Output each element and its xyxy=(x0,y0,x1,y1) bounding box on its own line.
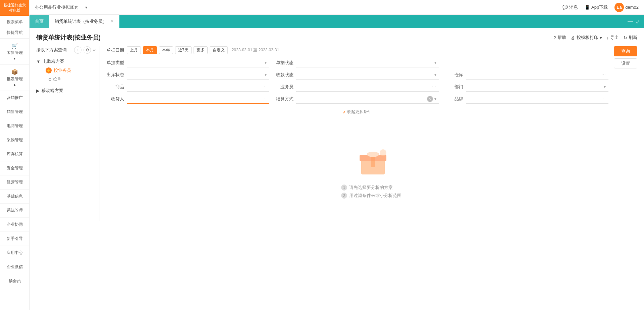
chevron-left-icon: « xyxy=(93,47,96,53)
scheme-sub-by-order[interactable]: ⊙ 按单 xyxy=(36,75,96,84)
sidebar-logo[interactable]: 畅捷通好生意 标账版 xyxy=(0,0,29,16)
print-btn[interactable]: 🖨 按模板打印 ▾ xyxy=(571,35,602,41)
user-avatar-btn[interactable]: Ea demo2 xyxy=(614,3,639,12)
date-btn-last-month[interactable]: 上月 xyxy=(127,46,141,54)
tabbar: 首页 销货单统计表（按业务员） ✕ — ⤢ xyxy=(30,15,644,28)
sidebar-item-corp[interactable]: 企业协同 xyxy=(0,218,29,232)
right-panel: 单据日期 上月 本月 本年 近7天 更多 自定义 2023-03-01 至 20… xyxy=(100,46,637,221)
goods-control[interactable]: ··· xyxy=(127,82,269,92)
sub-icon: ⊙ xyxy=(48,77,52,82)
sidebar-item-marketing[interactable]: 营销推广 xyxy=(0,91,29,105)
avatar: Ea xyxy=(614,3,624,12)
scheme-settings-btn[interactable]: ⚙ xyxy=(84,46,91,54)
sidebar-item-retail[interactable]: 🛒 零售管理 ▾ xyxy=(0,39,29,65)
department-control[interactable]: ▾ xyxy=(466,82,608,92)
sidebar-item-ecommerce[interactable]: 电商管理 xyxy=(0,119,29,133)
empty-text: 1 请先选择要分析的方案 2 用过滤条件来缩小分析范围 xyxy=(341,185,401,201)
sidebar-item-finance[interactable]: 资金管理 xyxy=(0,161,29,175)
topbar-title: 办公用品行业模拟账套 xyxy=(35,4,78,10)
consignee-label: 收货人 xyxy=(105,96,124,102)
sidebar-item-apps[interactable]: 应用中心 xyxy=(0,246,29,260)
sidebar-item-inventory[interactable]: 库存核算 xyxy=(0,147,29,161)
doc-status-control[interactable]: ▾ xyxy=(296,58,439,67)
payment-method-clear-btn[interactable]: ✕ xyxy=(427,96,433,102)
doc-type-label: 单据类型 xyxy=(105,60,124,66)
query-button[interactable]: 查询 xyxy=(614,46,637,56)
scheme-item-by-salesperson[interactable]: ⚡ 按业务员 xyxy=(36,66,96,75)
payment-method-control[interactable]: ✕ ▾ xyxy=(296,94,439,104)
sidebar-item-newbie[interactable]: 新手引导 xyxy=(0,232,29,246)
empty-icon xyxy=(355,144,388,178)
collapse-bar[interactable]: ∧ 收起更多条件 xyxy=(105,106,608,117)
filter-row-3: 商品 ··· 业务员 xyxy=(105,82,608,92)
tab-sales-stat[interactable]: 销货单统计表（按业务员） ✕ xyxy=(49,15,119,28)
payment-status-dropdown-icon: ▾ xyxy=(434,72,436,77)
sidebar-item-label-finance: 资金管理 xyxy=(7,165,23,171)
consignee-control[interactable]: ··· xyxy=(127,94,269,104)
doc-type-control[interactable]: ▾ xyxy=(127,58,269,67)
app-download-btn[interactable]: 📱 App下载 xyxy=(585,4,608,10)
settings-button[interactable]: 设置 xyxy=(614,58,637,68)
warehouse-control[interactable]: ··· xyxy=(466,70,608,80)
empty-num-1: 1 xyxy=(341,185,347,191)
left-panel: 按以下方案查询 + ⚙ « xyxy=(36,46,100,221)
action-buttons: 查询 设置 xyxy=(614,46,637,68)
page-title: 销货单统计表(按业务员) xyxy=(36,34,101,42)
sidebar-item-member[interactable]: 畅会员 xyxy=(0,274,29,288)
svg-point-3 xyxy=(367,152,379,157)
left-panel-header: 按以下方案查询 + ⚙ « xyxy=(36,46,96,54)
filter-section: 单据日期 上月 本月 本年 近7天 更多 自定义 2023-03-01 至 20… xyxy=(105,46,608,117)
sidebar-item-label-marketing: 营销推广 xyxy=(7,95,23,101)
sidebar-quick-nav[interactable]: 快捷导航 xyxy=(0,27,29,39)
sidebar-item-label-retail: 零售管理 xyxy=(7,50,23,56)
date-btn-last-7-days[interactable]: 近7天 xyxy=(175,46,192,54)
payment-status-control[interactable]: ▾ xyxy=(296,70,439,80)
scheme-group-mobile-arrow: ▶ xyxy=(36,88,40,93)
sidebar-item-label-member: 畅会员 xyxy=(9,278,21,284)
topbar-dropdown-icon[interactable]: ▾ xyxy=(85,5,87,10)
svg-point-4 xyxy=(380,149,386,156)
sidebar-item-operations[interactable]: 经营管理 xyxy=(0,175,29,190)
date-btn-more[interactable]: 更多 xyxy=(194,46,208,54)
date-btn-custom[interactable]: 自定义 xyxy=(210,46,228,54)
wholesale-expand-icon: ▲ xyxy=(13,83,16,87)
out-status-control[interactable]: ▾ xyxy=(127,70,269,80)
scheme-group-desktop-title[interactable]: ▼ 电脑端方案 xyxy=(36,57,96,66)
sidebar-item-label-sales: 销售管理 xyxy=(7,109,23,115)
sidebar-search[interactable]: 搜索菜单 xyxy=(0,16,29,27)
salesperson-dots-icon: ··· xyxy=(432,84,436,90)
scheme-group-mobile-title[interactable]: ▶ 移动端方案 xyxy=(36,86,96,95)
topbar-right: 💬 消息 📱 App下载 Ea demo2 xyxy=(562,3,639,12)
sidebar-item-system[interactable]: 系统管理 xyxy=(0,204,29,218)
sidebar-item-label-apps: 应用中心 xyxy=(7,250,23,256)
tab-minimize-btn[interactable]: — xyxy=(628,18,633,24)
goods-dots-icon: ··· xyxy=(262,84,267,90)
salesperson-control[interactable]: ··· xyxy=(296,82,439,92)
tab-maximize-btn[interactable]: ⤢ xyxy=(636,18,640,25)
export-icon: ↓ xyxy=(607,35,609,40)
department-dropdown-icon: ▾ xyxy=(604,85,606,89)
scheme-icon-salesperson: ⚡ xyxy=(46,67,52,73)
empty-hint-2: 2 用过滤条件来缩小分析范围 xyxy=(341,193,401,199)
add-scheme-btn[interactable]: + xyxy=(74,46,82,54)
sidebar-item-sales[interactable]: 销售管理 xyxy=(0,105,29,119)
refresh-btn[interactable]: ↻ 刷新 xyxy=(624,35,637,41)
collapse-panel-btn[interactable]: « xyxy=(93,47,96,53)
sidebar-item-weixin[interactable]: 企业微信 xyxy=(0,260,29,274)
scheme-group-desktop: ▼ 电脑端方案 ⚡ 按业务员 ⊙ 按单 xyxy=(36,57,96,84)
sidebar-item-basic[interactable]: 基础信息 xyxy=(0,190,29,204)
sidebar-item-wholesale[interactable]: 📦 批发管理 ▲ xyxy=(0,65,29,91)
content-layout: 按以下方案查询 + ⚙ « xyxy=(36,46,637,221)
date-btn-this-month[interactable]: 本月 xyxy=(143,46,157,54)
doc-status-dropdown-icon: ▾ xyxy=(434,60,436,65)
help-btn[interactable]: ? 帮助 xyxy=(553,35,566,41)
tab-home[interactable]: 首页 xyxy=(30,15,49,28)
tab-home-label: 首页 xyxy=(35,18,44,24)
scheme-item-label-salesperson: 按业务员 xyxy=(54,67,71,73)
message-btn[interactable]: 💬 消息 xyxy=(562,4,578,10)
export-btn[interactable]: ↓ 导出 xyxy=(607,35,619,41)
date-btn-this-year[interactable]: 本年 xyxy=(159,46,173,54)
brand-control[interactable]: ··· xyxy=(466,94,608,104)
tab-close-icon[interactable]: ✕ xyxy=(110,19,114,24)
sidebar-item-purchase[interactable]: 采购管理 xyxy=(0,133,29,147)
